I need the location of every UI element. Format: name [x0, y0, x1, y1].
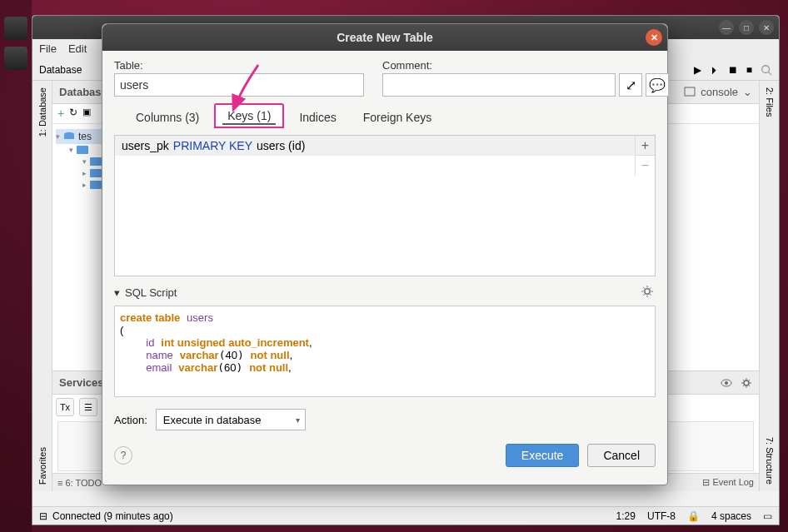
tab-indices[interactable]: Indices	[287, 107, 347, 128]
keys-list: users_pk PRIMARY KEY users (id) + −	[114, 135, 656, 276]
panel-title: Database	[59, 86, 107, 98]
close-button[interactable]: ✕	[759, 20, 774, 35]
status-icon: ⊟	[39, 510, 47, 522]
tab-todo[interactable]: ≡ 6: TODO	[57, 478, 102, 488]
status-encoding[interactable]: UTF-8	[647, 510, 676, 522]
menu-file[interactable]: File	[39, 42, 57, 56]
refresh-icon[interactable]: ↻	[69, 107, 77, 121]
breadcrumb-item[interactable]: Database	[39, 64, 82, 76]
folder-icon	[90, 181, 102, 189]
key-row[interactable]: users_pk PRIMARY KEY users (id)	[115, 136, 655, 156]
dock-icon[interactable]	[4, 47, 27, 70]
folder-icon	[90, 169, 102, 177]
add-key-button[interactable]: +	[635, 136, 655, 156]
rail-favorites[interactable]: Favorites	[37, 447, 47, 485]
key-type: PRIMARY KEY	[173, 139, 252, 152]
chevron-down-icon: ▾	[114, 286, 120, 299]
ide-statusbar: ⊟Connected (9 minutes ago) 1:29 UTF-8 🔒 …	[32, 506, 779, 525]
svg-point-8	[645, 289, 650, 294]
table-label: Table:	[114, 59, 364, 72]
status-indent[interactable]: 4 spaces	[711, 510, 751, 522]
action-value: Execute in database	[163, 414, 262, 426]
help-button[interactable]: ?	[114, 446, 132, 465]
remove-key-button[interactable]: −	[635, 156, 655, 176]
right-rail: 2: Files 7: Structure	[759, 81, 779, 491]
status-pos: 1:29	[616, 510, 636, 522]
database-icon	[63, 132, 75, 142]
folder-icon	[77, 146, 88, 154]
dialog-title: Create New Table	[337, 31, 433, 44]
dialog-titlebar: Create New Table ✕	[102, 24, 667, 51]
chevron-down-icon[interactable]: ⌄	[743, 86, 752, 98]
left-rail: 1: Database Favorites	[32, 81, 52, 491]
stop-icon[interactable]: ▣	[82, 107, 91, 121]
tab-event-log[interactable]: ⊟ Event Log	[702, 477, 754, 488]
sql-script-header[interactable]: ▾ SQL Script	[114, 286, 656, 299]
menu-edit[interactable]: Edit	[68, 42, 87, 56]
gear-icon[interactable]	[641, 285, 654, 298]
tab-foreign-keys[interactable]: Foreign Keys	[352, 107, 443, 128]
status-icon[interactable]: ▭	[763, 510, 772, 522]
toolbar-icon[interactable]: ⏵	[710, 64, 720, 76]
comment-icon[interactable]: 💬	[646, 73, 669, 97]
action-label: Action:	[114, 414, 147, 426]
action-combo[interactable]: Execute in database	[156, 409, 306, 430]
console-label[interactable]: console	[701, 86, 738, 98]
rail-files[interactable]: 2: Files	[765, 87, 775, 117]
key-name: users_pk	[122, 139, 169, 152]
tab-columns[interactable]: Columns (3)	[124, 107, 211, 128]
comment-label: Comment:	[382, 59, 669, 72]
toolbar-icon[interactable]: ⏹	[728, 64, 738, 76]
toolbar-icon[interactable]: ▶	[694, 64, 701, 76]
sql-script-label: SQL Script	[125, 286, 177, 299]
table-name-input[interactable]	[114, 73, 364, 97]
svg-rect-4	[64, 134, 74, 139]
create-table-dialog: Create New Table ✕ Table: Comment: ⤢ 💬 C…	[102, 23, 668, 485]
expand-icon[interactable]: ⤢	[619, 73, 642, 97]
desktop-dock	[0, 0, 32, 532]
maximize-button[interactable]: □	[739, 20, 754, 35]
key-target: users (id)	[257, 139, 305, 152]
dock-icon[interactable]	[4, 17, 27, 40]
add-icon[interactable]: +	[57, 107, 64, 121]
eye-icon[interactable]	[721, 377, 732, 389]
folder-icon	[90, 157, 102, 166]
svg-rect-2	[685, 87, 695, 96]
rail-structure[interactable]: 7: Structure	[765, 437, 775, 485]
minimize-button[interactable]: —	[719, 20, 734, 35]
svg-point-0	[762, 66, 770, 73]
toolbar-icon[interactable]: ■	[746, 64, 752, 76]
cancel-button[interactable]: Cancel	[587, 444, 656, 467]
execute-button[interactable]: Execute	[506, 444, 580, 467]
gear-icon[interactable]	[741, 377, 752, 389]
comment-input[interactable]	[382, 73, 616, 97]
services-label: Services	[59, 376, 104, 389]
status-connected: Connected (9 minutes ago)	[52, 510, 173, 522]
tx-button[interactable]: Tx	[56, 398, 74, 416]
lock-icon[interactable]: 🔒	[687, 510, 700, 522]
console-icon	[684, 86, 696, 97]
tab-keys[interactable]: Keys (1)	[214, 103, 284, 128]
sql-script-box[interactable]: create table users ( id int unsigned aut…	[114, 306, 656, 397]
svg-point-6	[725, 381, 728, 385]
rail-database[interactable]: 1: Database	[37, 87, 47, 137]
close-button[interactable]: ✕	[646, 29, 662, 46]
dialog-tabs: Columns (3) Keys (1) Indices Foreign Key…	[114, 103, 656, 128]
svg-line-1	[769, 72, 772, 76]
search-icon[interactable]	[761, 64, 772, 76]
svg-point-7	[744, 380, 749, 385]
svc-button[interactable]: ☰	[79, 398, 97, 416]
tree-label: tes	[78, 131, 92, 142]
